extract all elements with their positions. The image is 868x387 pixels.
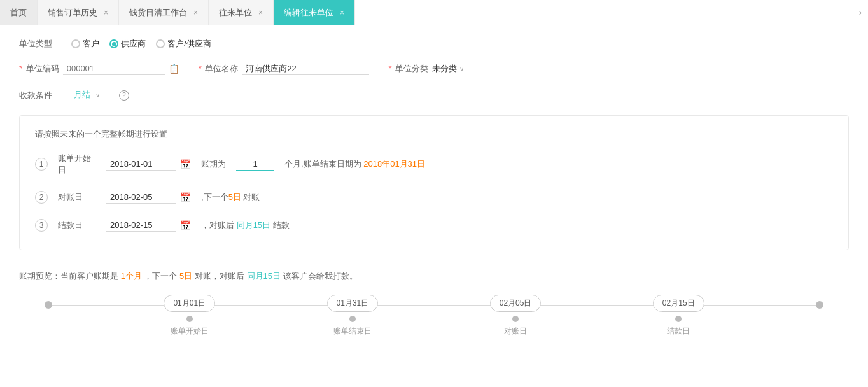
tab-sales-order[interactable]: 销售订单历史 ×: [38, 0, 119, 25]
unit-type-label: 单位类型: [19, 38, 52, 50]
period-calendar-icon-1[interactable]: 📅: [180, 159, 191, 169]
period-months-input[interactable]: [236, 158, 274, 171]
timeline-label-3: 对账日: [504, 326, 527, 337]
timeline-node-2: 01月31日 账单结束日: [327, 295, 379, 337]
period-payment-day-highlight: 同月15日: [237, 220, 270, 230]
tab-home-label: 首页: [10, 7, 27, 18]
period-index-3: 3: [35, 219, 48, 232]
tab-partners[interactable]: 往来单位 ×: [209, 0, 274, 25]
period-desc-2: ,下一个5日 对账: [201, 192, 260, 203]
tab-edit-partner-close[interactable]: ×: [340, 8, 344, 17]
tab-cash-work-close[interactable]: ×: [193, 8, 198, 17]
unit-code-label: * 单位编码: [19, 63, 59, 74]
period-desc-1b: 个月,账单结束日期为 2018年01月31日: [284, 158, 425, 170]
tab-bar: 首页 销售订单历史 × 钱货日清工作台 × 往来单位 × 编辑往来单位 × ›: [0, 0, 868, 25]
unit-classify-group: * 单位分类 未分类 ∨: [388, 63, 464, 74]
period-date-input-2[interactable]: [106, 191, 176, 204]
unit-info-row: * 单位编码 📋 * 单位名称 * 单位分类 未分类 ∨: [19, 62, 849, 75]
unit-name-group: * 单位名称: [199, 62, 370, 75]
tab-home[interactable]: 首页: [0, 0, 38, 25]
timeline-left-end: [45, 295, 52, 309]
unit-type-radio-group: 客户 供应商 客户/供应商: [71, 38, 211, 50]
period-reconcile-day-highlight: 5日: [228, 192, 241, 202]
tab-cash-work[interactable]: 钱货日清工作台 ×: [119, 0, 209, 25]
period-index-1: 1: [35, 158, 48, 171]
radio-customer-supplier[interactable]: 客户/供应商: [156, 38, 211, 50]
tab-sales-order-label: 销售订单历史: [48, 7, 97, 18]
preview-text: 账期预览：当前客户账期是 1个月 ，下一个 5日 对账，对账后 同月15日 该客…: [19, 271, 849, 282]
preview-payment-day: 同月15日: [247, 271, 281, 281]
preview-months: 1个月: [121, 271, 142, 281]
timeline-dot-2: [349, 316, 356, 322]
tab-sales-order-close[interactable]: ×: [104, 8, 108, 17]
payment-terms-select[interactable]: 月结 ∨: [71, 88, 100, 102]
payment-terms-value: 月结: [71, 88, 93, 102]
timeline-label-4: 结款日: [667, 326, 690, 337]
radio-customer-circle: [71, 39, 80, 48]
period-row-1: 1 账单开始日 📅 账期为 个月,账单结束日期为 2018年01月31日: [35, 153, 833, 176]
tab-edit-partner[interactable]: 编辑往来单位 ×: [274, 0, 355, 25]
timeline-container: 01月01日 账单开始日 01月31日 账单结束日 02月05日 对账日: [19, 295, 849, 337]
timeline-label-1: 账单开始日: [171, 326, 209, 337]
tab-nav-right-button[interactable]: ›: [853, 0, 868, 25]
radio-customer-supplier-circle: [156, 39, 165, 48]
period-date-group-1: 📅: [106, 158, 191, 171]
period-row-2: 2 对账日 📅 ,下一个5日 对账: [35, 191, 833, 204]
timeline-badge-2: 01月31日: [327, 295, 379, 312]
preview-mid1: ，下一个: [144, 271, 177, 281]
radio-supplier[interactable]: 供应商: [109, 38, 146, 50]
tab-edit-partner-label: 编辑往来单位: [284, 7, 333, 18]
classify-chevron-icon: ∨: [459, 66, 464, 73]
timeline-nodes: 01月01日 账单开始日 01月31日 账单结束日 02月05日 对账日: [45, 295, 823, 337]
timeline-right-end: [816, 295, 823, 309]
timeline-label-2: 账单结束日: [333, 326, 372, 337]
timeline-badge-1: 01月01日: [164, 295, 215, 312]
preview-mid2: 对账，对账后: [195, 271, 244, 281]
preview-reconcile-day: 5日: [179, 271, 192, 281]
radio-customer[interactable]: 客户: [71, 38, 99, 50]
radio-supplier-circle: [109, 39, 118, 48]
tab-partners-close[interactable]: ×: [258, 8, 263, 17]
timeline-badge-3: 02月05日: [490, 295, 542, 312]
chevron-right-icon: ›: [859, 8, 862, 17]
radio-customer-label: 客户: [83, 38, 99, 50]
period-index-2: 2: [35, 191, 48, 204]
radio-supplier-label: 供应商: [121, 38, 146, 50]
timeline-node-1: 01月01日 账单开始日: [164, 295, 215, 337]
unit-code-calendar-icon[interactable]: 📋: [169, 64, 179, 74]
period-date-input-3[interactable]: [106, 219, 176, 232]
timeline-badge-4: 02月15日: [653, 295, 704, 312]
payment-terms-help-icon[interactable]: ?: [119, 90, 129, 101]
period-calendar-icon-3[interactable]: 📅: [180, 220, 191, 230]
payment-terms-chevron-icon: ∨: [95, 92, 100, 99]
tab-partners-label: 往来单位: [219, 7, 252, 18]
tab-cash-work-label: 钱货日清工作台: [129, 7, 187, 18]
timeline-dot-4: [675, 316, 682, 322]
period-field-label-2: 对账日: [58, 192, 96, 203]
preview-suffix: 该客户会给我打款。: [283, 271, 358, 281]
unit-classify-select[interactable]: 未分类 ∨: [432, 63, 464, 74]
timeline-node-4: 02月15日 结款日: [653, 295, 704, 337]
preview-section: 账期预览：当前客户账期是 1个月 ，下一个 5日 对账，对账后 同月15日 该客…: [19, 263, 849, 337]
period-desc-1: 账期为: [201, 158, 226, 170]
unit-classify-required-star: *: [388, 64, 391, 73]
period-date-group-2: 📅: [106, 191, 191, 204]
timeline-node-3: 02月05日 对账日: [490, 295, 542, 337]
preview-prefix: 账期预览：当前客户账期是: [19, 271, 118, 281]
period-end-date-highlight: 2018年01月31日: [363, 159, 425, 169]
unit-code-group: * 单位编码 📋: [19, 62, 179, 75]
unit-classify-value: 未分类: [432, 63, 457, 74]
period-calendar-icon-2[interactable]: 📅: [180, 192, 191, 202]
timeline-dot-3: [512, 316, 519, 322]
unit-code-input[interactable]: [63, 62, 165, 75]
unit-name-input[interactable]: [242, 62, 369, 75]
period-row-3: 3 结款日 📅 ，对账后 同月15日 结款: [35, 219, 833, 232]
period-title: 请按照未来的一个完整帐期进行设置: [35, 129, 833, 140]
timeline-left-dot: [45, 301, 52, 309]
period-date-input-1[interactable]: [106, 158, 176, 171]
period-field-label-3: 结款日: [58, 220, 96, 231]
timeline-right-dot: [816, 301, 823, 309]
main-content: 单位类型 客户 供应商 客户/供应商 * 单位编码 📋 * 单位名称: [0, 25, 868, 387]
unit-code-required-star: *: [19, 64, 22, 73]
unit-name-label: * 单位名称: [199, 63, 239, 74]
